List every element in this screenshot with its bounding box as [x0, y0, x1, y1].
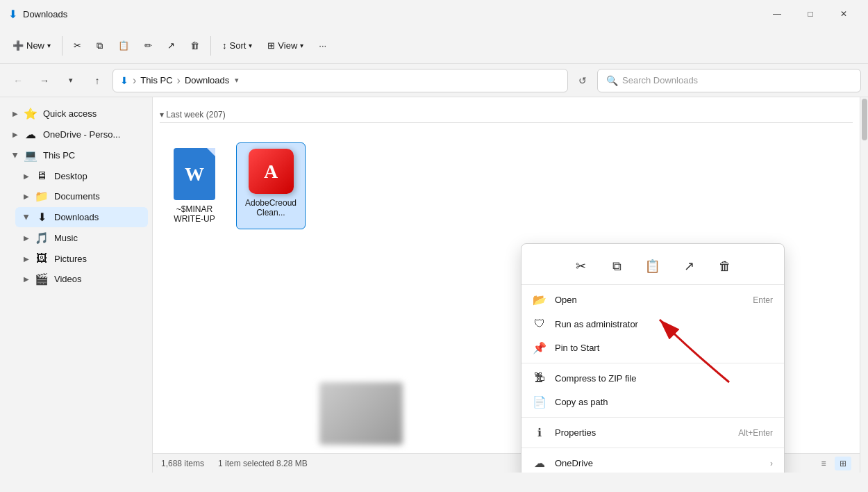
title-bar: ⬇ Downloads — □ ✕: [0, 0, 868, 28]
ctx-path-icon: 📄: [533, 395, 546, 409]
status-selected-info: 1 item selected 8.28 MB: [218, 459, 308, 468]
refresh-button[interactable]: ↺: [572, 70, 593, 91]
file-item-word[interactable]: W ~$MINAR WRITE-UP: [160, 142, 229, 229]
file-item-adobe[interactable]: A AdobeCreoudClean...: [236, 142, 306, 229]
scrollbar[interactable]: [860, 97, 868, 473]
music-label: Music: [54, 233, 78, 243]
sidebar: ▶ ⭐ Quick access ▶ ☁ OneDrive - Perso...…: [0, 97, 153, 473]
copy-button[interactable]: ⧉: [90, 36, 110, 56]
desktop-chevron: ▶: [24, 172, 29, 180]
ctx-copy-as-path[interactable]: 📄 Copy as path: [521, 390, 784, 414]
recent-button[interactable]: ▾: [60, 69, 82, 92]
status-list-view[interactable]: ≡: [815, 457, 832, 470]
ctx-props-label: Properties: [555, 427, 730, 438]
toolbar: ➕ New ▾ ✂ ⧉ 📋 ✏ ↗ 🗑 ↕ Sort ▾ ⊞ View ▾ ··…: [0, 28, 868, 64]
onedrive-label: OneDrive - Perso...: [43, 129, 120, 140]
address-bar[interactable]: ⬇ › This PC › Downloads ▾: [112, 69, 568, 92]
more-button[interactable]: ···: [312, 36, 333, 55]
address-chevron[interactable]: ▾: [235, 76, 239, 85]
ctx-pin-to-start[interactable]: 📌 Pin to Start: [521, 336, 784, 360]
toolbar-separator-1: [62, 36, 62, 56]
quick-access-label: Quick access: [43, 108, 97, 119]
thispc-children: ▶ 🖥 Desktop ▶ 📁 Documents ▶ ⬇ Downloads …: [0, 166, 152, 289]
up-button[interactable]: ↑: [86, 69, 108, 92]
videos-icon: 🎬: [35, 272, 49, 286]
onedrive-icon: ☁: [24, 128, 37, 141]
sidebar-item-thispc[interactable]: ▶ 💻 This PC: [4, 145, 148, 165]
search-bar[interactable]: 🔍 Search Downloads: [597, 69, 861, 92]
desktop-icon: 🖥: [35, 170, 49, 182]
music-chevron: ▶: [24, 234, 29, 242]
status-left: 1,688 items 1 item selected 8.28 MB: [161, 459, 308, 468]
cut-button[interactable]: ✂: [67, 36, 88, 55]
back-button[interactable]: ←: [7, 69, 29, 92]
sidebar-item-videos[interactable]: ▶ 🎬 Videos: [15, 269, 148, 289]
sort-button[interactable]: ↕ Sort ▾: [215, 36, 259, 55]
ctx-copy-button[interactable]: ⧉: [604, 254, 629, 279]
ctx-run-as-admin[interactable]: 🛡 Run as administrator: [521, 312, 784, 336]
quick-access-chevron: ▶: [12, 110, 18, 117]
share-button[interactable]: ↗: [160, 36, 182, 55]
ctx-separator-3: [521, 448, 784, 448]
sidebar-item-quick-access[interactable]: ▶ ⭐ Quick access: [4, 104, 148, 124]
ctx-zip-icon: 🗜: [533, 372, 546, 384]
ctx-open-shortcut: Enter: [753, 295, 773, 305]
ctx-onedrive-arrow: ›: [770, 459, 773, 468]
ctx-onedrive-label: OneDrive: [555, 458, 762, 468]
new-label: New: [26, 40, 44, 51]
content-inner: ▾ Last week (207) W ~$MINAR WRITE-UP A A…: [153, 97, 860, 236]
ctx-onedrive-icon: ☁: [533, 457, 546, 470]
ctx-cut-button[interactable]: ✂: [568, 254, 593, 279]
ctx-delete-button[interactable]: 🗑: [712, 254, 737, 279]
sidebar-item-documents[interactable]: ▶ 📁 Documents: [15, 186, 148, 206]
maximize-button[interactable]: □: [794, 3, 826, 25]
desktop-label: Desktop: [54, 171, 87, 181]
minimize-button[interactable]: —: [761, 3, 793, 25]
ctx-props-shortcut: Alt+Enter: [738, 428, 773, 438]
ctx-properties[interactable]: ℹ Properties Alt+Enter: [521, 420, 784, 445]
spacer: [410, 382, 424, 445]
title-bar-title: Downloads: [23, 9, 67, 19]
adobe-file-name: AdobeCreoudClean...: [242, 198, 299, 218]
documents-chevron: ▶: [24, 192, 29, 200]
ctx-onedrive[interactable]: ☁ OneDrive ›: [521, 451, 784, 473]
downloads-icon: ⬇: [35, 211, 49, 224]
sort-label: Sort: [230, 40, 247, 51]
main-layout: ▶ ⭐ Quick access ▶ ☁ OneDrive - Perso...…: [0, 97, 868, 473]
paste-button[interactable]: 📋: [111, 36, 136, 55]
ctx-paste-button[interactable]: 📋: [640, 254, 665, 279]
view-icon: ⊞: [267, 40, 275, 51]
new-chevron: ▾: [47, 42, 51, 49]
paste-icon: 📋: [118, 40, 129, 51]
videos-label: Videos: [54, 274, 82, 284]
sidebar-item-music[interactable]: ▶ 🎵 Music: [15, 228, 148, 248]
close-button[interactable]: ✕: [828, 3, 860, 25]
sidebar-item-onedrive[interactable]: ▶ ☁ OneDrive - Perso...: [4, 124, 148, 145]
ctx-compress-zip[interactable]: 🗜 Compress to ZIP file: [521, 366, 784, 390]
onedrive-chevron: ▶: [12, 131, 18, 138]
forward-button[interactable]: →: [33, 69, 56, 92]
content-area[interactable]: ▾ Last week (207) W ~$MINAR WRITE-UP A A…: [153, 97, 860, 473]
sidebar-item-downloads[interactable]: ▶ ⬇ Downloads: [15, 207, 148, 227]
address-downloads: Downloads: [185, 75, 229, 85]
ctx-admin-icon: 🛡: [533, 318, 546, 330]
thispc-chevron: ▶: [12, 153, 19, 158]
ctx-open-label: Open: [555, 295, 744, 305]
group-label: Last week (207): [166, 110, 225, 120]
status-grid-view[interactable]: ⊞: [835, 457, 851, 470]
delete-button[interactable]: 🗑: [183, 36, 206, 55]
rename-button[interactable]: ✏: [137, 36, 159, 55]
sidebar-item-desktop[interactable]: ▶ 🖥 Desktop: [15, 166, 148, 186]
view-button[interactable]: ⊞ View ▾: [260, 36, 310, 55]
sidebar-item-pictures[interactable]: ▶ 🖼 Pictures: [15, 249, 148, 268]
group-header: ▾ Last week (207): [160, 104, 853, 123]
context-toolbar: ✂ ⧉ 📋 ↗ 🗑: [521, 248, 784, 285]
ctx-share-button[interactable]: ↗: [676, 254, 701, 279]
ctx-open-icon: 📂: [533, 293, 546, 306]
ctx-path-label: Copy as path: [555, 397, 773, 407]
ctx-open[interactable]: 📂 Open Enter: [521, 288, 784, 312]
thispc-label: This PC: [43, 150, 75, 161]
scrollbar-thumb[interactable]: [862, 99, 867, 140]
new-button[interactable]: ➕ New ▾: [6, 36, 58, 55]
pictures-chevron: ▶: [24, 255, 29, 263]
